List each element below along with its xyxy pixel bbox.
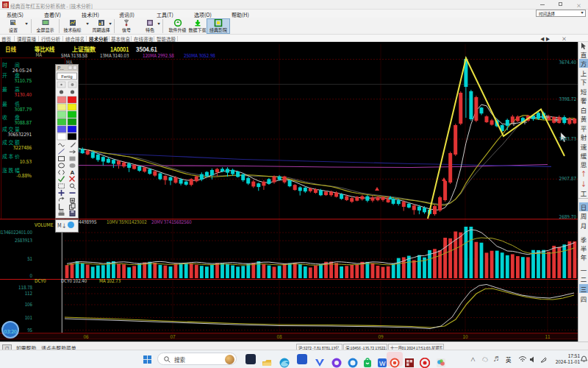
svg-text:MA: MA	[36, 52, 43, 58]
svg-text:跌: 跌	[9, 166, 14, 174]
svg-text:120MA 2992.58: 120MA 2992.58	[143, 52, 174, 59]
svg-text:成: 成	[2, 138, 7, 146]
svg-text:成: 成	[2, 152, 7, 160]
svg-text:P...: P...	[57, 66, 64, 71]
svg-text:09: 09	[378, 333, 384, 340]
svg-text:涨: 涨	[2, 166, 7, 174]
svg-text:106: 106	[25, 301, 33, 308]
svg-text:13MA 3140.03: 13MA 3140.03	[100, 52, 129, 59]
svg-text:31346022401.00: 31346022401.00	[0, 229, 33, 236]
svg-text:11: 11	[545, 333, 551, 340]
svg-text:101: 101	[25, 314, 33, 321]
svg-text:2583913: 2583913	[15, 237, 33, 244]
svg-text:MA 102.73: MA 102.73	[99, 277, 121, 284]
svg-text:-0.88%: -0.88%	[16, 171, 32, 179]
svg-text:112: 112	[25, 290, 33, 297]
svg-text:20MV 37415682560: 20MV 37415682560	[151, 219, 192, 225]
svg-text:250MA 3052.98: 250MA 3052.98	[184, 52, 215, 59]
svg-text:10.53: 10.53	[20, 158, 32, 165]
svg-text:07: 07	[170, 333, 176, 340]
svg-text:3227486: 3227486	[13, 144, 32, 151]
svg-text:日线: 日线	[5, 45, 16, 53]
svg-text:收: 收	[2, 113, 7, 121]
svg-text:3110.75: 3110.75	[15, 77, 32, 84]
svg-text:10MV 35901423002: 10MV 35901423002	[107, 219, 147, 225]
svg-text:DCY0: DCY0	[35, 277, 46, 284]
svg-text:A: A	[71, 169, 75, 176]
svg-text:3398.72: 3398.72	[559, 95, 577, 102]
svg-text:3674.40: 3674.40	[559, 58, 577, 66]
svg-text:10: 10	[462, 333, 468, 340]
svg-text:时: 时	[2, 61, 7, 68]
svg-text:2907.87: 2907.87	[559, 174, 577, 182]
svg-text:DCY0 102.40: DCY0 102.40	[61, 277, 87, 284]
svg-text:5MA 3138.58: 5MA 3138.58	[61, 52, 87, 59]
svg-text:VOLUME: VOLUME	[35, 221, 54, 228]
svg-text:51: 51	[27, 255, 32, 262]
svg-text:0: 0	[30, 272, 33, 279]
svg-text:3087.79: 3087.79	[15, 105, 32, 113]
svg-text:最: 最	[2, 85, 7, 93]
svg-text:开: 开	[2, 71, 7, 79]
svg-text:08: 08	[276, 333, 282, 340]
svg-text:成: 成	[2, 125, 7, 132]
svg-text:95: 95	[27, 327, 32, 333]
svg-text:2689.70: 2689.70	[559, 213, 577, 220]
svg-text:W: W	[379, 360, 386, 367]
svg-text:3130.40: 3130.40	[15, 91, 32, 98]
svg-text:本: 本	[9, 152, 14, 160]
svg-text:06: 06	[83, 333, 89, 340]
svg-text:最: 最	[2, 100, 7, 107]
svg-text:3143.73: 3143.73	[559, 135, 577, 142]
svg-text:306532291: 306532291	[8, 130, 32, 138]
svg-text:Fertig: Fertig	[61, 74, 72, 79]
